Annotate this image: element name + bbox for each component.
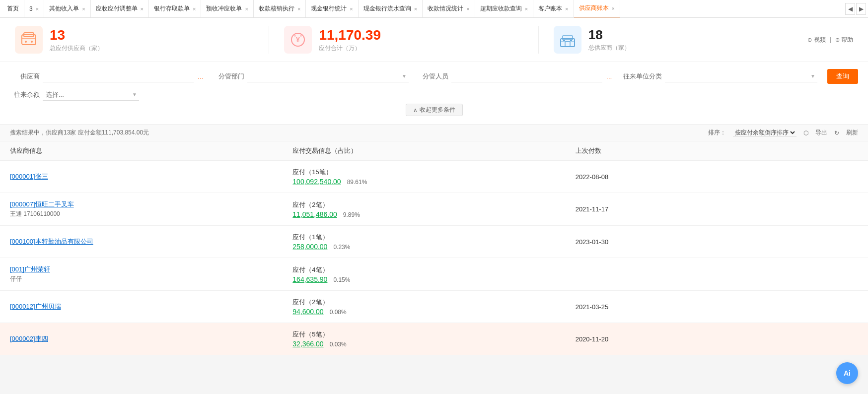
overdue-ar-label: 超期应收款查询: [480, 4, 522, 13]
other-income-close[interactable]: ×: [82, 6, 85, 12]
trans-amount-4[interactable]: 164,635.90: [292, 275, 327, 283]
svg-text:¥: ¥: [296, 36, 300, 44]
trans-row-4: 164,635.90 0.15%: [292, 275, 575, 283]
supplier-cell-4: [001]广州荣轩 仔仔: [10, 265, 292, 283]
person-ellipsis[interactable]: ...: [605, 72, 613, 80]
ap-suppliers-text: 13 总应付供应商（家）: [50, 27, 103, 53]
dept-filter-group: 分管部门 ▼: [215, 70, 409, 82]
trans-row-1: 100,092,540.00 89.61%: [292, 178, 575, 186]
supplier-link-6[interactable]: [000002]李四: [10, 335, 48, 342]
nav-tab-receipt-verify[interactable]: 收款核销执行 ×: [254, 0, 306, 18]
person-label: 分管人员: [419, 72, 448, 81]
nav-tab-customer-book[interactable]: 客户账本 ×: [533, 0, 574, 18]
sort-select[interactable]: 按应付余额倒序排序: [733, 129, 796, 137]
cash-flow-close[interactable]: ×: [414, 6, 417, 12]
tab3-close[interactable]: ×: [36, 6, 39, 12]
table-row: [001]广州荣轩 仔仔 应付（4笔） 164,635.90 0.15%: [0, 258, 868, 291]
nav-tab-overdue-ar[interactable]: 超期应收款查询 ×: [475, 0, 533, 18]
refresh-label[interactable]: 刷新: [846, 129, 858, 137]
table-row: [000001]张三 应付（15笔） 100,092,540.00 89.61%…: [0, 161, 868, 193]
overdue-ar-close[interactable]: ×: [525, 6, 528, 12]
export-label[interactable]: 导出: [815, 129, 827, 137]
trans-row-6: 32,366.00 0.03%: [292, 340, 575, 348]
trans-amount-5[interactable]: 94,600.00: [292, 308, 323, 316]
trans-amount-3[interactable]: 258,000.00: [292, 243, 327, 251]
search-button[interactable]: 查询: [827, 69, 858, 84]
trans-percent-6: 0.03%: [330, 341, 347, 348]
collapse-button[interactable]: ∧ 收起更多条件: [406, 104, 463, 116]
last-payment-5: 2021-03-25: [576, 303, 609, 311]
trans-amount-6[interactable]: 32,366.00: [292, 340, 323, 348]
ap-suppliers-value: 13: [50, 27, 103, 44]
table-row: [000100]本特勤油品有限公司 应付（1笔） 258,000.00 0.23…: [0, 226, 868, 258]
nav-tab-receipt-stats[interactable]: 收款情况统计 ×: [423, 0, 475, 18]
results-summary: 搜索结果中，供应商13家 应付金额111,703,854.00元: [10, 129, 149, 137]
separator: |: [830, 36, 831, 43]
supplier-link-2[interactable]: [000007]恒旺二手叉车: [10, 200, 74, 208]
refresh-icon: ↻: [834, 130, 839, 136]
bank-deposit-close[interactable]: ×: [193, 6, 196, 12]
pre-collect-close[interactable]: ×: [245, 6, 248, 12]
trans-label-6: 应付（5笔）: [292, 330, 575, 339]
nav-tab-ar-ap-adjust[interactable]: 应收应付调整单 ×: [91, 0, 149, 18]
trans-label-4: 应付（4笔）: [292, 265, 575, 274]
last-payment-6: 2020-11-20: [576, 335, 609, 343]
last-payment-cell-3: 2023-01-30: [576, 238, 858, 246]
supplier-ellipsis[interactable]: ...: [197, 72, 205, 80]
supplier-link-1[interactable]: [000001]张三: [10, 173, 48, 180]
trans-amount-2[interactable]: 11,051,486.00: [292, 210, 337, 218]
svg-rect-13: [563, 40, 565, 41]
top-navigation: 首页 3 × 其他收入单 × 应收应付调整单 × 银行存取款单 × 预收冲应收单…: [0, 0, 868, 18]
sort-label: 排序：: [708, 129, 726, 137]
ap-amount-value: 11,170.39: [319, 27, 381, 44]
supplier-link-5[interactable]: [000012]广州贝瑞: [10, 303, 61, 310]
results-right: 排序： 按应付余额倒序排序 ⬡ 导出 ↻ 刷新: [708, 129, 858, 137]
dept-select[interactable]: [247, 70, 409, 82]
customer-book-label: 客户账本: [538, 4, 562, 13]
supplier-link-3[interactable]: [000100]本特勤油品有限公司: [10, 238, 93, 245]
table-row: [000012]广州贝瑞 应付（2笔） 94,600.00 0.08% 2021…: [0, 291, 868, 323]
nav-tab-other-income[interactable]: 其他收入单 ×: [44, 0, 90, 18]
person-input[interactable]: [451, 70, 602, 82]
ap-amount-label: 应付合计（万）: [319, 44, 381, 53]
help-link[interactable]: ⊙ 帮助: [835, 36, 853, 44]
supplier-link-4[interactable]: [001]广州荣轩: [10, 265, 50, 273]
nav-tab-bank-deposit[interactable]: 银行存取款单 ×: [149, 0, 201, 18]
nav-next-arrow[interactable]: ▶: [856, 3, 866, 15]
nav-prev-arrow[interactable]: ◀: [845, 3, 855, 15]
nav-tab-home[interactable]: 首页: [2, 0, 24, 18]
ar-ap-adjust-close[interactable]: ×: [141, 6, 144, 12]
receipt-stats-close[interactable]: ×: [466, 6, 469, 12]
svg-point-8: [300, 35, 302, 37]
balance-select[interactable]: 选择...: [43, 89, 139, 100]
nav-tab-supplier-book[interactable]: 供应商账本 ×: [574, 0, 620, 18]
supplier-filter-group: 供应商 ...: [10, 70, 205, 82]
customer-book-close[interactable]: ×: [565, 6, 568, 12]
nav-tab-cash-stats[interactable]: 现金银行统计 ×: [306, 0, 358, 18]
supplier-input[interactable]: [43, 70, 194, 82]
trans-label-1: 应付（15笔）: [292, 168, 575, 177]
receipt-verify-close[interactable]: ×: [297, 6, 300, 12]
last-payment-cell-1: 2022-08-08: [576, 173, 858, 181]
transaction-cell-6: 应付（5笔） 32,366.00 0.03%: [292, 330, 575, 348]
total-suppliers-icon: [554, 26, 581, 54]
video-link[interactable]: ⊙ 视频: [807, 36, 825, 44]
supplier-book-close[interactable]: ×: [612, 5, 615, 11]
col-transaction-info: 应付交易信息（占比）: [292, 146, 575, 155]
export-icon: ⬡: [803, 130, 808, 136]
nav-tab-pre-collect[interactable]: 预收冲应收单 ×: [201, 0, 253, 18]
nav-tab-3[interactable]: 3 ×: [24, 0, 44, 18]
nav-tab-cash-flow[interactable]: 现金银行流水查询 ×: [359, 0, 423, 18]
transaction-cell-1: 应付（15笔） 100,092,540.00 89.61%: [292, 168, 575, 186]
trans-row-5: 94,600.00 0.08%: [292, 308, 575, 316]
balance-select-wrapper: 选择... ▼: [43, 89, 139, 101]
filter-row-1: 供应商 ... 分管部门 ▼ 分管人员 ... 往来单位分类: [10, 69, 858, 84]
trans-amount-1[interactable]: 100,092,540.00: [292, 178, 341, 186]
balance-label: 往来余额: [10, 90, 40, 99]
col-supplier-info: 供应商信息: [10, 146, 292, 155]
cash-stats-close[interactable]: ×: [350, 6, 353, 12]
trans-label-2: 应付（2笔）: [292, 200, 575, 209]
supplier-sub-4: 仔仔: [10, 275, 292, 283]
category-select[interactable]: [665, 70, 818, 82]
category-filter-group: 往来单位分类 ▼: [623, 70, 818, 82]
